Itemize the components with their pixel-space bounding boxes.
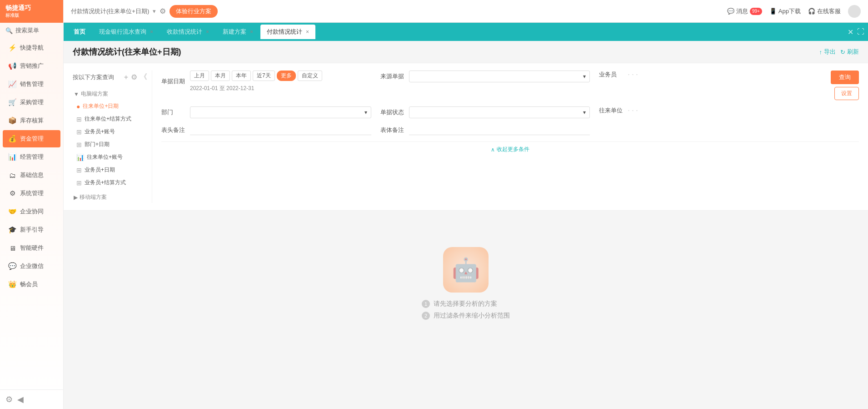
tab-receipt[interactable]: 收款情况统计× [160, 25, 215, 39]
search-menu[interactable]: 🔍 搜索菜单 [0, 23, 63, 38]
topbar-settings-icon[interactable]: ⚙ [160, 7, 166, 15]
footer-settings-icon[interactable]: ⚙ [5, 394, 13, 404]
tab-close-all-btn[interactable]: ✕ [848, 28, 853, 36]
date-btn-1[interactable]: 本月 [211, 71, 230, 81]
scheme-label-6: 业务员+结算方式 [85, 179, 126, 187]
source-group: 来源单据 ▾ [380, 71, 590, 82]
quick-nav-icon: ⚡ [8, 44, 16, 52]
sidebar-item-label-system: 系统管理 [20, 189, 44, 197]
table-header-note-input[interactable] [190, 125, 371, 135]
voucher-status-select[interactable]: ▾ [409, 106, 590, 118]
tip-text-2: 用过滤条件来缩小分析范围 [434, 312, 510, 320]
app-icon: 📱 [769, 8, 777, 15]
source-select[interactable]: ▾ [409, 71, 590, 82]
date-btn-2[interactable]: 本年 [232, 71, 251, 81]
table-header-note-group: 表头备注 [161, 125, 371, 135]
tab-close-payment[interactable]: × [306, 29, 309, 35]
sidebar-item-label-hardware: 智能硬件 [20, 244, 44, 252]
collapse-more-btn[interactable]: ∧ 收起更多条件 [161, 141, 859, 157]
sidebar-item-system[interactable]: ⚙系统管理 [3, 185, 60, 202]
service-btn[interactable]: 🎧 在线客服 [808, 7, 841, 15]
date-btn-4[interactable]: 更多 [277, 71, 296, 81]
scheme-collapse-btn[interactable]: 《 [140, 72, 147, 82]
filter-panel: 按以下方案查询 + ⚙ 《 ▼ 电脑端方案 ●往来单位+日期⊞往来单位+结算方式… [64, 63, 868, 211]
scheme-label-1: 往来单位+结算方式 [85, 115, 131, 123]
dept-select[interactable]: ▾ [190, 106, 371, 118]
scheme-item-3[interactable]: ⊞部门+日期 [73, 138, 147, 151]
tab-payment[interactable]: 付款情况统计× [260, 25, 315, 39]
sidebar-item-finance[interactable]: 💰资金管理 [3, 130, 60, 147]
table-body-note-input[interactable] [409, 125, 590, 135]
tab-close-receipt[interactable]: × [206, 29, 209, 35]
filter-settings-btn[interactable]: 设置 [834, 87, 859, 100]
tab-close-cash[interactable]: × [150, 29, 153, 35]
scheme-item-2[interactable]: ⊞业务员+账号 [73, 126, 147, 138]
voucher-date-group: 单据日期 上月本月本年近7天更多自定义 2022-01-01 至 2022-12… [161, 71, 371, 92]
sidebar-item-enterprise[interactable]: 🤝企业协同 [3, 203, 60, 220]
tab-expand-btn[interactable]: ⛶ [857, 28, 864, 36]
date-btn-5[interactable]: 自定义 [298, 71, 322, 81]
trial-btn[interactable]: 体验行业方案 [170, 5, 218, 18]
tab-close-new-scheme[interactable]: × [250, 29, 253, 35]
scheme-header-label: 按以下方案查询 [73, 73, 114, 81]
sidebar-item-purchase[interactable]: 🛒采购管理 [3, 94, 60, 111]
sidebar-item-hardware[interactable]: 🖥智能硬件 [3, 239, 60, 257]
refresh-icon: ↻ [840, 49, 845, 56]
topbar-dropdown-icon[interactable]: ▾ [153, 8, 156, 15]
sidebar-item-guide[interactable]: 🎓新手引导 [3, 221, 60, 238]
sidebar: 畅捷通巧 标准版 🔍 搜索菜单 ⚡快捷导航📢营销推广📈销售管理🛒采购管理📦库存核… [0, 0, 64, 409]
app-download-btn[interactable]: 📱 App下载 [769, 7, 801, 15]
tab-home[interactable]: 首页 [67, 25, 92, 39]
tab-label-home: 首页 [74, 28, 85, 36]
main-area: 付款情况统计(往来单位+日期) ▾ ⚙ 体验行业方案 💬 消息 99+ 📱 Ap… [64, 0, 868, 409]
avatar[interactable] [848, 5, 861, 18]
scheme-add-btn[interactable]: + [124, 73, 128, 81]
sidebar-item-inventory[interactable]: 📦库存核算 [3, 112, 60, 129]
date-btn-0[interactable]: 上月 [190, 71, 209, 81]
sidebar-footer: ⚙ ◀ [0, 389, 63, 409]
message-label: 消息 [736, 7, 748, 15]
mobile-group-label: 移动端方案 [80, 193, 107, 201]
mobile-group-arrow: ▶ [74, 194, 78, 201]
filter-row-2: 部门 ▾ 单据状态 ▾ 往来单位 · · · [161, 106, 859, 118]
message-btn[interactable]: 💬 消息 99+ [727, 7, 762, 15]
sales-icon: 📈 [8, 80, 16, 88]
mobile-group-title[interactable]: ▶ 移动端方案 [73, 192, 147, 203]
scheme-item-6[interactable]: ⊞业务员+结算方式 [73, 177, 147, 189]
sidebar-item-operation[interactable]: 📊经营管理 [3, 148, 60, 166]
scheme-item-5[interactable]: ⊞业务员+日期 [73, 164, 147, 176]
filter-row-1: 单据日期 上月本月本年近7天更多自定义 2022-01-01 至 2022-12… [161, 71, 859, 100]
dept-select-arrow: ▾ [364, 109, 367, 116]
scheme-label-2: 业务员+账号 [85, 128, 115, 136]
scheme-item-1[interactable]: ⊞往来单位+结算方式 [73, 113, 147, 125]
related-party-dots: · · · [628, 106, 638, 115]
page-title: 付款情况统计(往来单位+日期) [73, 46, 819, 57]
tab-cash[interactable]: 现金银行流水查询× [93, 25, 160, 39]
filters-area: 单据日期 上月本月本年近7天更多自定义 2022-01-01 至 2022-12… [152, 71, 859, 203]
sidebar-item-label-wechat: 企业微信 [20, 262, 44, 270]
date-btn-3[interactable]: 近7天 [253, 71, 275, 81]
sidebar-item-label-basic: 基础信息 [20, 171, 44, 179]
footer-collapse-icon[interactable]: ◀ [17, 394, 24, 404]
sidebar-item-sales[interactable]: 📈销售管理 [3, 76, 60, 93]
scheme-header: 按以下方案查询 + ⚙ 《 [73, 71, 147, 86]
scheme-item-0[interactable]: ●往来单位+日期 [73, 100, 147, 112]
sidebar-item-quick-nav[interactable]: ⚡快捷导航 [3, 39, 60, 56]
service-icon: 🎧 [808, 8, 815, 15]
scheme-settings-btn[interactable]: ⚙ [131, 73, 137, 81]
tab-new-scheme[interactable]: 新建方案× [216, 25, 259, 39]
table-header-note-label: 表头备注 [161, 126, 186, 134]
export-btn[interactable]: ↑ 导出 [819, 48, 836, 56]
sidebar-item-wechat[interactable]: 💬企业微信 [3, 258, 60, 275]
desktop-group-title[interactable]: ▼ 电脑端方案 [73, 88, 147, 100]
guide-icon: 🎓 [8, 226, 16, 234]
sidebar-item-basic[interactable]: 🗂基础信息 [3, 167, 60, 184]
scheme-item-4[interactable]: 📊往来单位+账号 [73, 151, 147, 163]
page-header: 付款情况统计(往来单位+日期) ↑ 导出 ↻ 刷新 [64, 41, 868, 63]
sidebar-logo: 畅捷通巧 标准版 [0, 0, 63, 23]
sidebar-item-member[interactable]: 👑畅会员 [3, 276, 60, 293]
query-btn[interactable]: 查询 [831, 71, 859, 84]
refresh-btn[interactable]: ↻ 刷新 [840, 48, 859, 56]
search-label: 搜索菜单 [15, 26, 39, 35]
sidebar-item-marketing[interactable]: 📢营销推广 [3, 57, 60, 75]
